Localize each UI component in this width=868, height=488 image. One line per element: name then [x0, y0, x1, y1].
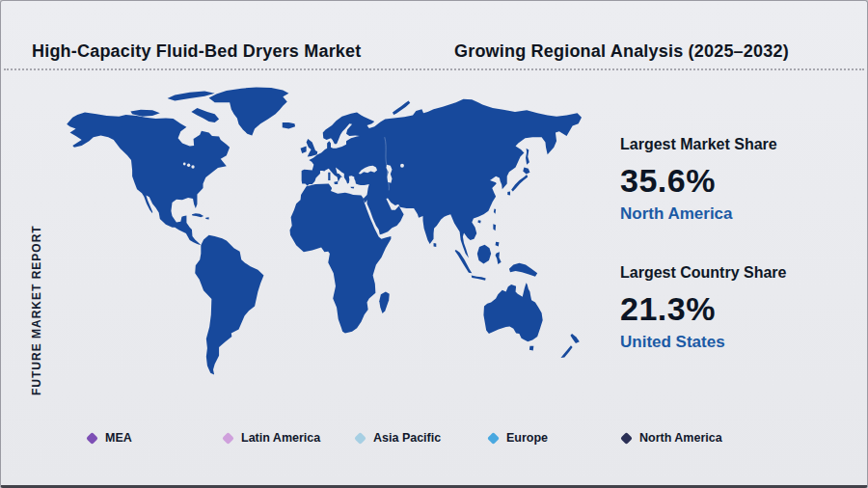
legend-dot-icon [86, 432, 98, 445]
legend-dot-icon [354, 432, 366, 445]
legend: MEA Latin America Asia Pacific Europe No… [1, 431, 868, 452]
stat-region: United States [620, 333, 852, 352]
south-america-landmass [195, 235, 263, 375]
north-america-landmass [67, 113, 230, 246]
legend-item-europe: Europe [489, 431, 548, 445]
legend-label: Europe [506, 431, 548, 445]
legend-item-mea: MEA [88, 431, 132, 445]
legend-label: MEA [105, 431, 132, 445]
australia-landmass [483, 283, 542, 341]
page-title: High-Capacity Fluid-Bed Dryers Market [32, 41, 361, 62]
legend-dot-icon [222, 432, 234, 445]
legend-dot-icon [487, 432, 500, 445]
great-lake [187, 163, 190, 166]
world-map [49, 84, 582, 375]
legend-item-asia-pacific: Asia Pacific [356, 431, 441, 445]
brand-watermark: FUTURE MARKET REPORT [30, 219, 44, 402]
greenland-landmass [209, 87, 289, 135]
legend-item-latin-america: Latin America [224, 431, 320, 445]
legend-label: Latin America [241, 431, 320, 445]
landmasses [67, 87, 582, 374]
stat-value: 35.6% [620, 162, 852, 200]
great-lake [191, 165, 194, 168]
stat-region: North America [620, 204, 852, 224]
page-subtitle: Growing Regional Analysis (2025–2032) [454, 41, 789, 62]
legend-label: North America [639, 431, 722, 445]
stat-label: Largest Country Share [620, 264, 852, 282]
infographic-frame: High-Capacity Fluid-Bed Dryers Market Gr… [0, 0, 868, 488]
stat-market-share: Largest Market Share 35.6% North America [620, 136, 852, 224]
legend-item-north-america: North America [622, 431, 722, 445]
legend-dot-icon [620, 432, 633, 445]
great-lake [183, 163, 186, 166]
stat-label: Largest Market Share [620, 136, 852, 153]
dotted-divider [4, 68, 864, 70]
legend-label: Asia Pacific [373, 431, 441, 445]
stat-country-share: Largest Country Share 21.3% United State… [620, 264, 852, 352]
stats-panel: Largest Market Share 35.6% North America… [620, 136, 852, 393]
aral-sea [400, 164, 404, 168]
stat-value: 21.3% [620, 290, 852, 328]
